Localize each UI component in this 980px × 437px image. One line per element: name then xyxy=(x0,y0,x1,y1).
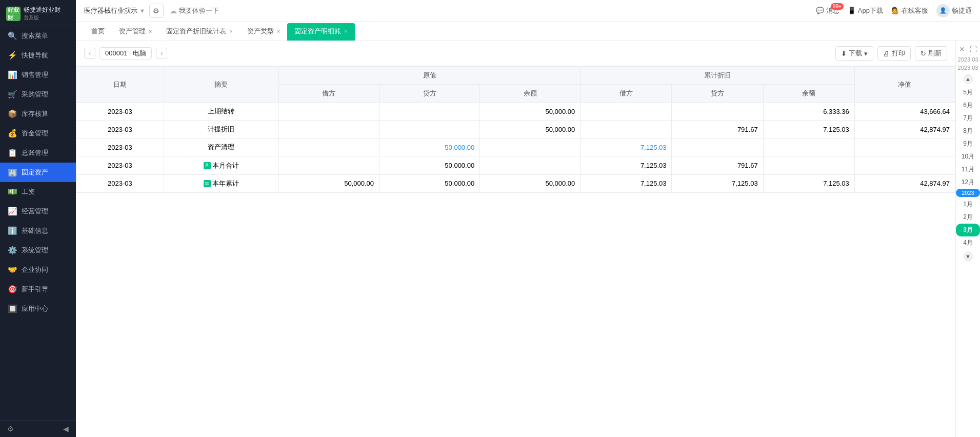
sidebar-item-purchase[interactable]: 🛒 采购管理 xyxy=(0,85,76,104)
col-ov-credit: 贷方 xyxy=(379,85,480,103)
sidebar-item-fixed-assets[interactable]: 🏢 固定资产 xyxy=(0,163,76,182)
online-service-button[interactable]: 💁 在线客服 xyxy=(891,6,928,15)
sidebar-bottom: ⚙ ◀ xyxy=(0,420,76,437)
tab-fixed-asset-ledger[interactable]: 固定资产明细账 × xyxy=(287,23,354,41)
topbar-right: 💬 消息 99 📱 App下载 💁 在线客服 👤 畅捷通 xyxy=(816,4,972,17)
timeline-month-6[interactable]: 6月 xyxy=(956,99,980,112)
timeline-month-2[interactable]: 2月 xyxy=(956,211,980,224)
timeline-month-3[interactable]: 3月 xyxy=(956,224,980,236)
sidebar-item-inventory[interactable]: 📦 库存核算 xyxy=(0,104,76,124)
refresh-label: 刷新 xyxy=(928,49,942,58)
timeline-month-4[interactable]: 4月 xyxy=(956,236,980,249)
topbar: 医疗器械行业演示 ▼ ⚙ ☁ 我要体验一下 💬 消息 99 📱 App下载 💁 … xyxy=(76,0,980,22)
collapse-sidebar-icon[interactable]: ◀ xyxy=(63,425,69,433)
table-row: 2023-03 上期结转 50,000.00 6,333.36 43,666.6… xyxy=(76,103,955,121)
next-asset-button[interactable]: › xyxy=(156,48,167,59)
cell-net-value: 42,874.97 xyxy=(854,121,955,138)
sidebar-item-enterprise[interactable]: 🤝 企业协同 xyxy=(0,260,76,280)
timeline-month-9[interactable]: 9月 xyxy=(956,137,980,150)
cell-ov-debit xyxy=(278,138,379,156)
tab-fixed-asset-ledger-close[interactable]: × xyxy=(344,28,347,34)
tab-home[interactable]: 首页 xyxy=(84,23,112,41)
sidebar: 好业财 畅捷通好业财 普及版 🔍 搜索菜单 ⚡ 快捷导航 📊 销售管理 🛒 采购… xyxy=(0,0,76,437)
col-ad-balance: 余额 xyxy=(763,85,854,103)
sidebar-item-sales[interactable]: 📊 销售管理 xyxy=(0,65,76,85)
company-selector[interactable]: 医疗器械行业演示 ▼ xyxy=(84,6,145,15)
cell-ov-credit: 50,000.00 xyxy=(379,156,480,175)
timeline-month-1[interactable]: 1月 xyxy=(956,198,980,211)
cell-ov-credit: 50,000.00 xyxy=(379,174,480,193)
cell-ad-balance xyxy=(763,156,854,175)
sidebar-item-guide[interactable]: 🎯 新手引导 xyxy=(0,280,76,299)
sidebar-item-salary[interactable]: 💵 工资 xyxy=(0,182,76,202)
col-ov-balance: 余额 xyxy=(480,85,581,103)
settings-bottom-icon[interactable]: ⚙ xyxy=(7,425,14,433)
tab-asset-type-close[interactable]: × xyxy=(277,28,280,34)
inventory-icon: 📦 xyxy=(7,109,17,118)
timeline-year-header-1: 2023.03 xyxy=(956,55,980,64)
close-panel-button[interactable]: ✕ xyxy=(959,45,965,53)
cell-ad-balance xyxy=(763,138,854,156)
salary-icon: 💵 xyxy=(7,187,17,196)
company-settings-button[interactable]: ⚙ xyxy=(149,4,164,18)
timeline-scroll-up[interactable]: ▲ xyxy=(963,74,973,84)
base-info-icon: ℹ️ xyxy=(7,226,17,235)
timeline-month-5[interactable]: 5月 xyxy=(956,86,980,99)
sidebar-item-app-center[interactable]: 🔲 应用中心 xyxy=(0,299,76,319)
cell-date: 2023-03 xyxy=(76,138,164,156)
user-name-label: 畅捷通 xyxy=(952,6,972,15)
ledger-table: 日期 摘要 原值 累计折旧 净值 xyxy=(76,66,955,193)
sidebar-item-operations[interactable]: 📈 经营管理 xyxy=(0,202,76,221)
logo-icon: 好业财 xyxy=(6,7,21,21)
experience-button[interactable]: ☁ 我要体验一下 xyxy=(170,6,219,15)
app-center-icon: 🔲 xyxy=(7,304,17,313)
tab-depreciation-stats-label: 固定资产折旧统计表 xyxy=(166,27,226,36)
timeline-month-12[interactable]: 12月 xyxy=(956,176,980,189)
timeline-month-8[interactable]: 8月 xyxy=(956,125,980,137)
timeline-month-7[interactable]: 7月 xyxy=(956,112,980,125)
expand-panel-button[interactable]: ⛶ xyxy=(970,45,977,53)
download-label: 下载 xyxy=(849,49,862,58)
table-row: 2023-03 年 本年累计 50,000.00 50,000.00 50,00… xyxy=(76,174,955,193)
download-button[interactable]: ⬇ 下载 ▾ xyxy=(835,46,873,61)
cell-ov-balance: 50,000.00 xyxy=(480,121,581,138)
asset-name: 电脑 xyxy=(133,49,146,57)
tab-asset-management[interactable]: 资产管理 × xyxy=(112,23,159,41)
print-button[interactable]: 🖨 打印 xyxy=(877,46,911,61)
avatar: 👤 xyxy=(936,4,950,17)
company-dropdown-arrow: ▼ xyxy=(139,8,145,14)
sidebar-item-quick-nav[interactable]: ⚡ 快捷导航 xyxy=(0,46,76,65)
col-abstract: 摘要 xyxy=(164,67,278,103)
timeline-month-11[interactable]: 11月 xyxy=(956,163,980,176)
tab-depreciation-stats[interactable]: 固定资产折旧统计表 × xyxy=(159,23,239,41)
cell-abstract: 年 本年累计 xyxy=(164,174,278,193)
cell-ad-credit: 791.67 xyxy=(672,121,763,138)
timeline-month-10[interactable]: 10月 xyxy=(956,150,980,163)
tab-depreciation-stats-close[interactable]: × xyxy=(229,28,232,34)
app-download-button[interactable]: 📱 App下载 xyxy=(848,6,883,15)
col-accumulated-depr-group: 累计折旧 xyxy=(581,67,854,85)
fixed-assets-icon: 🏢 xyxy=(7,168,17,177)
sidebar-item-finance[interactable]: 💰 资金管理 xyxy=(0,124,76,143)
sidebar-item-base-info[interactable]: ℹ️ 基础信息 xyxy=(0,221,76,241)
cell-ov-balance: 50,000.00 xyxy=(480,174,581,193)
sidebar-item-system[interactable]: ⚙️ 系统管理 xyxy=(0,241,76,260)
operations-icon: 📈 xyxy=(7,207,17,216)
refresh-button[interactable]: ↻ 刷新 xyxy=(915,46,947,61)
cell-ov-credit: 50,000.00 xyxy=(379,138,480,156)
sidebar-item-ledger[interactable]: 📋 总账管理 xyxy=(0,143,76,163)
cell-ad-debit: 7,125.03 xyxy=(581,156,672,175)
user-profile-button[interactable]: 👤 畅捷通 xyxy=(936,4,972,17)
right-panel: ✕ ⛶ 2023.03 2023.03 ▲ 5月 6月 7月 8月 9月 10月… xyxy=(955,41,980,437)
tab-asset-management-close[interactable]: × xyxy=(149,28,152,34)
message-button[interactable]: 💬 消息 99 xyxy=(816,6,839,15)
sidebar-item-search[interactable]: 🔍 搜索菜单 xyxy=(0,26,76,46)
cell-net-value xyxy=(854,138,955,156)
cell-net-value xyxy=(854,156,955,175)
timeline-scroll-down[interactable]: ▼ xyxy=(963,251,973,262)
prev-asset-button[interactable]: ‹ xyxy=(84,48,95,59)
experience-label: 我要体验一下 xyxy=(179,6,219,15)
purchase-icon: 🛒 xyxy=(7,90,17,99)
tab-asset-type[interactable]: 资产类型 × xyxy=(240,23,287,41)
cell-ov-balance xyxy=(480,156,581,175)
